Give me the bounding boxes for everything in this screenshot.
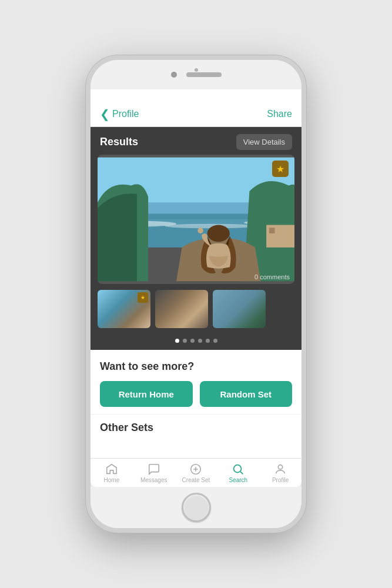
tab-messages-label: Messages	[140, 477, 167, 483]
volume-down-button	[86, 198, 88, 228]
svg-point-9	[207, 225, 230, 242]
return-home-button[interactable]: Return Home	[100, 381, 193, 407]
phone-bottom-bar	[91, 487, 301, 528]
results-title: Results	[100, 136, 138, 148]
tab-search[interactable]: Search	[217, 459, 259, 487]
random-set-button[interactable]: Random Set	[200, 381, 293, 407]
power-button	[304, 154, 306, 189]
svg-point-10	[197, 228, 203, 233]
home-button[interactable]	[182, 493, 211, 522]
results-header: Results View Details	[91, 127, 301, 155]
phone-top-bar	[91, 60, 301, 89]
thumb-star-1: ★	[138, 292, 148, 303]
search-icon	[232, 463, 244, 476]
home-icon	[105, 463, 118, 476]
tab-create[interactable]: Create Set	[175, 459, 217, 487]
pagination-dots	[91, 334, 301, 350]
svg-point-5	[165, 224, 255, 229]
share-label: Share	[267, 109, 292, 119]
pagination-dot-1[interactable]	[175, 339, 179, 343]
thumbnails-row: ★	[91, 284, 301, 334]
nav-bar: ❮ Profile Share	[91, 101, 301, 127]
status-bar	[91, 89, 301, 101]
content-area: Results View Details	[91, 127, 301, 458]
tab-messages[interactable]: Messages	[133, 459, 175, 487]
back-chevron-icon: ❮	[100, 107, 110, 121]
front-camera-dot	[195, 68, 198, 72]
svg-point-14	[234, 465, 242, 472]
svg-line-15	[240, 472, 243, 474]
phone-screen: ❮ Profile Share Results View Details	[91, 89, 301, 487]
tab-home-label: Home	[104, 477, 120, 483]
thumbnail-3[interactable]	[213, 290, 266, 328]
comments-count: 0 comments	[254, 273, 290, 280]
tab-profile[interactable]: Profile	[259, 459, 301, 487]
other-sets-title: Other Sets	[100, 422, 292, 434]
thumbnail-1[interactable]: ★	[98, 290, 150, 328]
want-more-title: Want to see more?	[100, 360, 292, 373]
pagination-dot-2[interactable]	[183, 339, 187, 343]
pagination-dot-5[interactable]	[206, 339, 210, 343]
back-button[interactable]: ❮ Profile	[100, 107, 139, 121]
tab-profile-label: Profile	[272, 477, 289, 483]
star-badge: ★	[272, 161, 289, 177]
svg-rect-8	[269, 228, 275, 233]
messages-icon	[148, 463, 160, 476]
thumbnail-2[interactable]	[155, 290, 208, 328]
pagination-dot-4[interactable]	[198, 339, 202, 343]
main-image-container[interactable]: ★ 0 comments	[98, 155, 294, 284]
volume-up-button	[86, 163, 88, 192]
back-label: Profile	[112, 109, 139, 119]
star-icon: ★	[276, 163, 284, 175]
tab-search-label: Search	[229, 477, 247, 483]
want-more-section: Want to see more? Return Home Random Set	[91, 350, 301, 414]
profile-icon	[274, 463, 287, 476]
view-details-button[interactable]: View Details	[236, 134, 292, 150]
main-photo	[98, 155, 294, 284]
tab-home[interactable]: Home	[91, 459, 133, 487]
tab-bar: Home Messages Create Set	[91, 458, 301, 487]
action-buttons: Return Home Random Set	[100, 381, 292, 407]
pagination-dot-6[interactable]	[213, 339, 217, 343]
tab-create-label: Create Set	[182, 477, 210, 483]
earpiece-speaker	[186, 72, 222, 77]
share-button[interactable]: Share	[267, 109, 292, 119]
bottom-section: Want to see more? Return Home Random Set…	[91, 350, 301, 458]
front-camera	[171, 72, 177, 78]
other-sets-section: Other Sets	[91, 414, 301, 439]
phone-body: ❮ Profile Share Results View Details	[86, 55, 306, 533]
pagination-dot-3[interactable]	[190, 339, 195, 343]
mute-button	[86, 136, 88, 154]
svg-point-16	[278, 465, 282, 469]
create-icon	[189, 463, 202, 476]
